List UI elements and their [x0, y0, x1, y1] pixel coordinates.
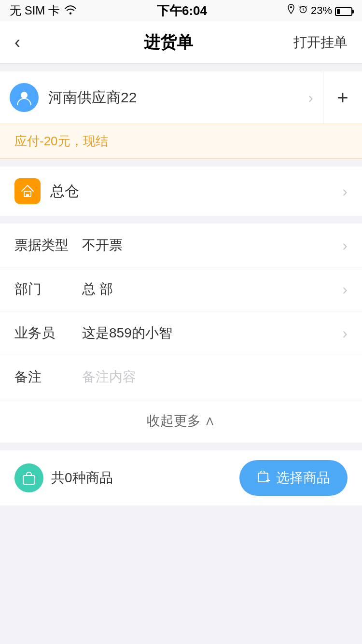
goods-count-area: 共0种商品	[14, 463, 113, 492]
salesperson-label: 业务员	[14, 324, 72, 342]
status-left: 无 SIM 卡	[10, 3, 77, 18]
back-button[interactable]: ‹	[14, 32, 43, 53]
department-row[interactable]: 部门 总 部 ›	[0, 267, 362, 311]
supplier-chevron-icon: ›	[308, 89, 313, 107]
carrier-label: 无 SIM 卡	[10, 3, 60, 18]
nav-bar: ‹ 进货单 打开挂单	[0, 21, 362, 64]
select-goods-icon	[257, 471, 271, 485]
goods-count-text: 共0种商品	[51, 469, 113, 487]
salesperson-chevron-icon: ›	[342, 324, 348, 342]
supplier-name: 河南供应商22	[48, 88, 303, 108]
svg-rect-4	[26, 194, 29, 196]
salesperson-row[interactable]: 业务员 这是859的小智 ›	[0, 311, 362, 355]
remark-placeholder: 备注内容	[82, 368, 348, 386]
remark-row[interactable]: 备注 备注内容	[0, 355, 362, 399]
invoice-type-label: 票据类型	[14, 236, 72, 254]
warehouse-name: 总仓	[50, 182, 337, 201]
collapse-button[interactable]: 收起更多 ∧	[147, 412, 216, 430]
battery-label: 23%	[311, 4, 332, 17]
status-right: 23%	[287, 4, 352, 17]
svg-point-2	[21, 92, 28, 98]
supplier-avatar	[10, 83, 39, 112]
collapse-section: 收起更多 ∧	[0, 399, 362, 443]
goods-icon	[14, 463, 43, 492]
notice-bar: 应付-20元，现结	[0, 124, 362, 159]
gray-area	[0, 505, 362, 644]
form-section: 票据类型 不开票 › 部门 总 部 › 业务员 这是859的小智 › 备注 备注…	[0, 224, 362, 399]
select-goods-button[interactable]: 选择商品	[239, 460, 348, 496]
department-label: 部门	[14, 280, 72, 298]
invoice-type-chevron-icon: ›	[342, 237, 348, 254]
supplier-selector[interactable]: 河南供应商22 ›	[0, 71, 323, 124]
alarm-icon	[298, 4, 308, 17]
status-bar: 无 SIM 卡 下午6:04 23%	[0, 0, 362, 21]
bottom-bar: 共0种商品 选择商品	[0, 450, 362, 505]
battery-icon	[335, 4, 352, 17]
supplier-section: 河南供应商22 › +	[0, 71, 362, 124]
wifi-icon	[64, 4, 77, 17]
select-goods-label: 选择商品	[276, 469, 330, 487]
open-pending-button[interactable]: 打开挂单	[293, 33, 348, 52]
add-supplier-button[interactable]: +	[323, 71, 362, 124]
notice-text: 应付-20元，现结	[14, 134, 108, 148]
location-icon	[287, 4, 295, 17]
invoice-type-row[interactable]: 票据类型 不开票 ›	[0, 224, 362, 267]
warehouse-chevron-icon: ›	[342, 182, 348, 200]
remark-label: 备注	[14, 368, 72, 386]
nav-title: 进货单	[144, 31, 193, 54]
invoice-type-value: 不开票	[82, 236, 337, 254]
svg-point-0	[290, 6, 292, 8]
warehouse-icon	[14, 178, 41, 204]
content: 河南供应商22 › + 应付-20元，现结 总仓 › 票据类型 不开票 ›	[0, 71, 362, 644]
department-value: 总 部	[82, 280, 337, 298]
status-time: 下午6:04	[157, 2, 207, 19]
warehouse-section[interactable]: 总仓 ›	[0, 167, 362, 216]
svg-rect-5	[23, 476, 35, 484]
department-chevron-icon: ›	[342, 280, 348, 298]
salesperson-value: 这是859的小智	[82, 324, 337, 342]
